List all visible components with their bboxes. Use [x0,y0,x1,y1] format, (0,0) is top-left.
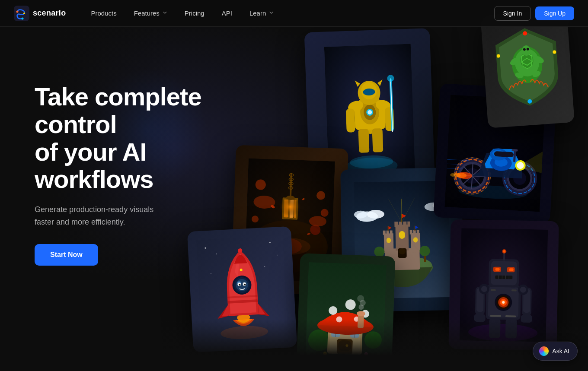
svg-rect-16 [390,79,394,131]
svg-rect-40 [290,173,292,199]
svg-point-3 [23,13,25,14]
svg-point-234 [357,311,365,317]
svg-point-187 [481,286,487,292]
svg-marker-136 [521,53,532,66]
svg-marker-26 [377,79,383,86]
nav-learn[interactable]: Learn [242,6,281,20]
svg-point-110 [455,159,489,193]
svg-rect-14 [346,108,355,133]
svg-point-2 [22,17,24,19]
svg-point-147 [496,54,500,58]
svg-rect-120 [494,151,514,157]
image-card-armor-warrior [304,28,435,192]
svg-line-109 [463,166,482,185]
logo[interactable]: scenario [14,6,66,21]
svg-point-67 [372,257,433,279]
svg-rect-221 [331,330,340,337]
svg-rect-73 [403,222,406,227]
svg-point-236 [360,300,366,306]
svg-marker-76 [402,214,406,218]
start-now-button[interactable]: Start Now [35,244,98,266]
image-card-cartoon-building [296,253,395,371]
svg-rect-174 [507,267,515,272]
svg-rect-61 [354,181,451,299]
svg-point-150 [468,323,538,342]
svg-rect-45 [282,197,298,219]
svg-point-123 [515,160,526,171]
nav-pricing[interactable]: Pricing [177,6,212,20]
svg-point-127 [454,173,461,178]
svg-point-124 [517,162,524,169]
svg-point-6 [354,95,386,134]
svg-rect-79 [383,231,386,235]
svg-point-139 [523,48,526,51]
hero-section: Take complete control of your AI workflo… [0,0,588,371]
svg-point-184 [503,250,505,253]
svg-rect-20 [372,128,383,152]
svg-rect-84 [417,230,419,234]
svg-rect-149 [460,228,548,342]
ask-ai-button[interactable]: Ask AI [533,342,578,361]
svg-point-231 [336,316,342,322]
svg-point-133 [511,46,543,84]
nav-features[interactable]: Features [126,6,175,20]
svg-point-42 [289,178,293,181]
image-card-robot [448,219,559,351]
image-card-floating-castle [340,168,464,312]
svg-point-114 [513,171,527,185]
svg-point-117 [494,158,508,167]
svg-point-44 [289,187,293,189]
svg-rect-219 [338,340,352,351]
svg-point-56 [286,196,295,200]
svg-rect-233 [358,315,364,328]
svg-point-214 [331,336,358,363]
svg-rect-218 [337,339,353,354]
dark-robot-illustration [460,228,548,342]
svg-rect-80 [387,231,389,235]
svg-rect-69 [385,248,420,270]
svg-rect-209 [227,299,258,304]
svg-marker-95 [388,226,391,229]
svg-point-141 [509,56,521,67]
hero-title: Take complete control of your AI workflo… [35,83,246,193]
svg-line-131 [447,168,466,169]
svg-rect-160 [511,289,517,291]
svg-point-158 [502,301,505,304]
nav-products[interactable]: Products [83,6,124,20]
svg-point-140 [527,48,529,51]
signin-button[interactable]: Sign In [494,6,531,21]
svg-line-98 [401,199,402,222]
svg-rect-165 [522,288,532,316]
svg-point-5 [345,157,398,176]
svg-rect-77 [384,233,394,253]
svg-point-128 [450,173,455,177]
shield-illustration [485,17,570,121]
svg-point-134 [514,48,540,77]
svg-rect-169 [489,318,501,338]
ask-ai-icon [539,346,549,356]
svg-point-21 [358,80,381,105]
svg-point-186 [518,285,528,295]
hero-subtitle: Generate production-ready visualsfaster … [35,203,216,228]
blue-motorcycle-illustration [444,95,545,212]
svg-rect-177 [495,276,512,279]
svg-rect-164 [476,288,484,312]
svg-rect-94 [387,226,388,231]
svg-point-12 [347,99,364,113]
nav-api[interactable]: API [214,6,240,20]
svg-point-188 [520,287,526,293]
svg-point-155 [498,297,508,308]
signup-button[interactable]: Sign Up [535,6,574,20]
svg-point-229 [345,299,356,310]
svg-point-64 [354,210,367,219]
svg-rect-159 [491,289,496,291]
svg-rect-163 [475,287,485,315]
svg-rect-88 [398,248,406,258]
svg-point-65 [425,202,444,211]
svg-point-9 [364,105,376,120]
image-card-blue-motorcycle [433,83,557,223]
svg-rect-82 [410,230,412,235]
svg-point-13 [374,98,392,112]
svg-point-105 [464,168,480,184]
nav-actions: Sign In Sign Up [494,6,574,21]
